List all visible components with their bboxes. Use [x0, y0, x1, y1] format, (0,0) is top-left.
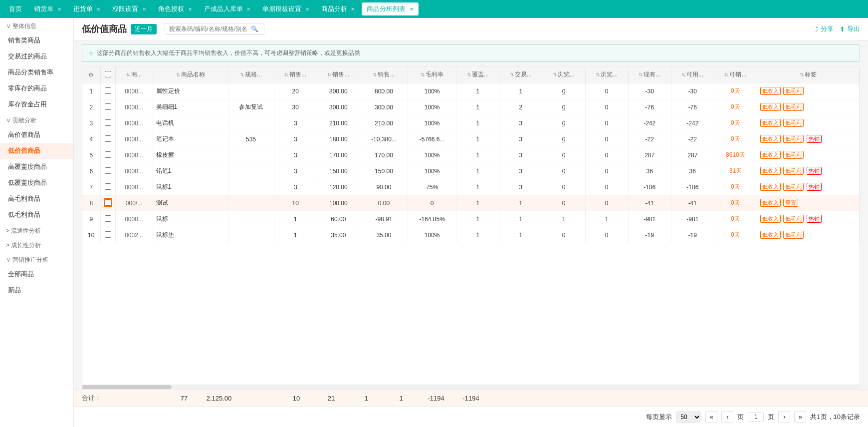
cell-browse1[interactable]: 0	[542, 131, 585, 147]
cell-num: 7	[82, 179, 100, 195]
search-input[interactable]	[169, 25, 249, 32]
th-settings[interactable]: ⚙	[82, 66, 100, 83]
cell-browse1[interactable]: 0	[542, 179, 585, 195]
th-name[interactable]: ⇅商品名称	[153, 66, 228, 83]
horizontal-scrollbar[interactable]	[82, 385, 860, 389]
nav-product-warehouse[interactable]: 产成品入库单 ✕	[199, 2, 256, 15]
row-checkbox[interactable]	[105, 87, 111, 94]
first-page-button[interactable]: «	[705, 411, 717, 423]
cell-checkbox[interactable]	[100, 211, 115, 227]
th-sales1[interactable]: ⇅销售...	[274, 66, 317, 83]
cell-browse1[interactable]: 0	[542, 99, 585, 115]
cell-browse1[interactable]: 0	[542, 147, 585, 163]
cell-checkbox[interactable]	[100, 131, 115, 147]
th-stock-available[interactable]: ⇅可用...	[671, 66, 714, 83]
cell-s1: 3	[274, 147, 317, 163]
th-browse1[interactable]: ⇅浏览...	[542, 66, 585, 83]
cell-checkbox[interactable]	[100, 115, 115, 131]
nav-close-purchase[interactable]: ✕	[96, 6, 100, 12]
row-checkbox[interactable]	[105, 231, 111, 238]
cell-browse1[interactable]: 0	[542, 83, 585, 99]
row-checkbox[interactable]	[105, 119, 111, 126]
cell-checkbox[interactable]	[100, 147, 115, 163]
sidebar-item-traded-products[interactable]: 交易过的商品	[0, 48, 73, 64]
page-label: 页	[737, 413, 744, 422]
row-checkbox[interactable]	[105, 167, 111, 174]
th-tags[interactable]: ⇅标签	[757, 66, 859, 83]
row-checkbox[interactable]	[105, 103, 111, 110]
sidebar-item-high-margin[interactable]: 高毛利商品	[0, 191, 73, 207]
nav-close-analysis[interactable]: ✕	[351, 6, 355, 12]
cell-checkbox[interactable]	[100, 83, 115, 99]
share-button[interactable]: ⤴ 分享	[815, 24, 834, 33]
nav-close-permissions[interactable]: ✕	[142, 6, 146, 12]
th-margin-rate[interactable]: ⇅毛利率	[408, 66, 456, 83]
nav-purchase-order[interactable]: 进货单 ✕	[68, 2, 106, 15]
search-icon[interactable]: 🔍	[251, 25, 258, 32]
cell-checkbox[interactable]	[100, 99, 115, 115]
table-header-row: ⚙ ⇅商... ⇅商品名称 ⇅规格... ⇅销售... ⇅销售... ⇅销售..…	[82, 66, 860, 83]
th-stock-sellable[interactable]: ⇅可销...	[714, 66, 757, 83]
prev-page-button[interactable]: ‹	[721, 411, 733, 423]
per-page-select[interactable]: 50 100 200	[676, 412, 701, 423]
cell-browse1[interactable]: 0	[542, 163, 585, 179]
nav-template-settings[interactable]: 单据模板设置 ✕	[257, 2, 314, 15]
cell-checkbox[interactable]	[100, 227, 115, 243]
cell-browse2: 0	[585, 227, 628, 243]
page-header: 低价值商品 近一月 🔍 ⤴ 分享 ⬆ 导出	[74, 18, 868, 40]
th-sales2[interactable]: ⇅销售...	[317, 66, 360, 83]
sidebar-item-zero-stock[interactable]: 零库存的商品	[0, 80, 73, 96]
th-code[interactable]: ⇅商...	[115, 66, 153, 83]
row-checkbox[interactable]	[105, 183, 111, 190]
nav-close-analysis-list[interactable]: ✕	[410, 6, 414, 12]
sidebar-group-growth[interactable]: > 成长性分析	[0, 237, 73, 252]
row-checkbox[interactable]	[105, 135, 111, 142]
sidebar-item-low-coverage[interactable]: 低覆盖度商品	[0, 175, 73, 191]
current-page-input[interactable]	[748, 412, 764, 422]
th-trade[interactable]: ⇅交易...	[499, 66, 542, 83]
cell-browse1[interactable]: 0	[542, 115, 585, 131]
scrollbar-thumb[interactable]	[82, 385, 172, 389]
sidebar-group-flow[interactable]: > 流通性分析	[0, 223, 73, 237]
th-stock-current[interactable]: ⇅现有...	[628, 66, 671, 83]
sidebar-item-category-rate[interactable]: 商品分类销售率	[0, 64, 73, 80]
date-filter-button[interactable]: 近一月	[131, 24, 157, 34]
sidebar-item-low-value[interactable]: 低价值商品	[0, 143, 73, 159]
nav-close-template[interactable]: ✕	[305, 6, 309, 12]
nav-product-analysis[interactable]: 商品分析 ✕	[316, 2, 360, 15]
th-browse2[interactable]: ⇅浏览...	[585, 66, 628, 83]
nav-permissions[interactable]: 权限设置 ✕	[107, 2, 151, 15]
nav-close-warehouse[interactable]: ✕	[246, 6, 250, 12]
sidebar-item-all-products[interactable]: 全部商品	[0, 266, 73, 282]
cell-checkbox[interactable]	[100, 195, 115, 211]
nav-close-sales[interactable]: ✕	[57, 6, 61, 12]
cell-browse1[interactable]: 0	[542, 195, 585, 211]
select-all-checkbox[interactable]	[105, 71, 111, 77]
sidebar-item-sales-products[interactable]: 销售类商品	[0, 32, 73, 48]
last-page-button[interactable]: »	[794, 411, 806, 423]
cell-days: 8610天	[714, 147, 757, 163]
th-sales3[interactable]: ⇅销售...	[360, 66, 408, 83]
nav-home[interactable]: 首页	[4, 2, 27, 15]
th-checkbox[interactable]	[100, 66, 115, 83]
cell-browse1[interactable]: 0	[542, 227, 585, 243]
sidebar-item-new-products[interactable]: 新品	[0, 282, 73, 298]
cell-checkbox[interactable]	[100, 163, 115, 179]
row-checkbox[interactable]	[105, 151, 111, 158]
nav-product-analysis-list[interactable]: 商品分析列表 ✕	[362, 2, 419, 15]
sidebar-item-low-margin[interactable]: 低毛利商品	[0, 207, 73, 223]
row-checkbox[interactable]	[105, 199, 111, 206]
cell-browse1[interactable]: 1	[542, 211, 585, 227]
export-button[interactable]: ⬆ 导出	[840, 24, 860, 33]
row-checkbox[interactable]	[105, 215, 111, 222]
sidebar-item-high-value[interactable]: 高价值商品	[0, 127, 73, 143]
th-spec[interactable]: ⇅规格...	[228, 66, 274, 83]
cell-checkbox[interactable]	[100, 179, 115, 195]
nav-role-auth[interactable]: 角色授权 ✕	[153, 2, 197, 15]
th-coverage[interactable]: ⇅覆盖...	[456, 66, 499, 83]
sidebar-item-stock-fund[interactable]: 库存资金占用	[0, 96, 73, 112]
nav-close-role[interactable]: ✕	[188, 6, 192, 12]
sidebar-item-high-coverage[interactable]: 高覆盖度商品	[0, 159, 73, 175]
nav-sales-order[interactable]: 销货单 ✕	[29, 2, 66, 15]
next-page-button[interactable]: ›	[778, 411, 790, 423]
